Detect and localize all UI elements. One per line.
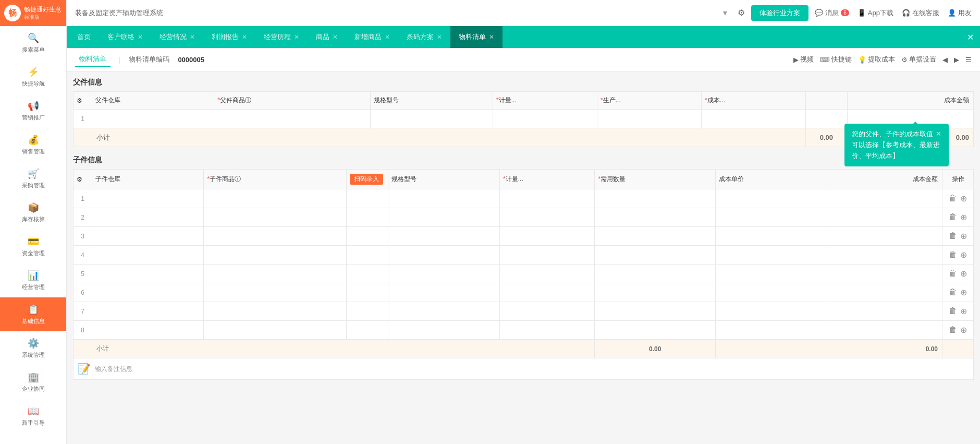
trial-button[interactable]: 体验行业方案 — [751, 5, 808, 21]
close-page-icon[interactable]: ✕ — [961, 32, 980, 42]
tab-history[interactable]: 经营历程 ✕ — [255, 26, 308, 48]
sidebar-item-basic-info[interactable]: 📋 基础信息 — [0, 297, 66, 331]
parent-cell-spec[interactable] — [371, 110, 493, 128]
child-cell-qty-1[interactable] — [595, 189, 716, 208]
sidebar-item-system[interactable]: ⚙️ 系统管理 — [0, 331, 66, 365]
parent-cell-warehouse[interactable] — [92, 110, 214, 128]
delete-icon[interactable]: 🗑 — [949, 231, 957, 241]
child-cell-unit-cost-6[interactable] — [716, 283, 827, 302]
child-cell-spec-7[interactable] — [388, 302, 499, 321]
child-cell-unit-cost-8[interactable] — [716, 321, 827, 340]
child-cell-unit-6[interactable] — [499, 283, 595, 302]
delete-icon[interactable]: 🗑 — [949, 250, 957, 260]
child-cell-product-2[interactable] — [203, 208, 346, 227]
child-cell-warehouse-1[interactable] — [92, 189, 204, 208]
sidebar-item-sales[interactable]: 💰 销售管理 — [0, 128, 66, 162]
copy-icon[interactable]: ⊕ — [960, 231, 967, 241]
child-cell-qty-6[interactable] — [595, 283, 716, 302]
tab-close-barcode[interactable]: ✕ — [437, 33, 442, 41]
child-cell-warehouse-8[interactable] — [92, 321, 204, 340]
parent-cell-cost[interactable] — [701, 110, 805, 128]
dropdown-arrow-icon[interactable]: ▾ — [723, 8, 727, 18]
delete-icon[interactable]: 🗑 — [949, 194, 957, 203]
child-cell-unit-8[interactable] — [499, 321, 595, 340]
child-cell-product-5[interactable] — [203, 265, 346, 283]
child-cell-spec-5[interactable] — [388, 265, 499, 283]
message-item[interactable]: 💬 消息 6 — [815, 8, 849, 18]
sidebar-item-quick-nav[interactable]: ⚡ 快捷导航 — [0, 60, 66, 94]
note-placeholder[interactable]: 输入备注信息 — [95, 365, 132, 374]
delete-icon[interactable]: 🗑 — [949, 306, 957, 316]
child-cell-qty-4[interactable] — [595, 246, 716, 265]
copy-icon[interactable]: ⊕ — [960, 269, 967, 279]
child-cell-product-4[interactable] — [203, 246, 346, 265]
sidebar-item-search[interactable]: 🔍 搜索菜单 — [0, 26, 66, 60]
action-extract-cost[interactable]: 💡 提取成本 — [858, 55, 895, 64]
child-cell-unit-cost-2[interactable] — [716, 208, 827, 227]
delete-icon[interactable]: 🗑 — [949, 212, 957, 222]
child-cell-spec-2[interactable] — [388, 208, 499, 227]
child-cell-spec-4[interactable] — [388, 246, 499, 265]
parent-cell-unit[interactable] — [493, 110, 597, 128]
tab-close-new-goods[interactable]: ✕ — [385, 33, 390, 41]
child-cell-warehouse-2[interactable] — [92, 208, 204, 227]
child-cell-spec-6[interactable] — [388, 283, 499, 302]
child-cell-unit-cost-7[interactable] — [716, 302, 827, 321]
copy-icon[interactable]: ⊕ — [960, 325, 967, 335]
child-cell-unit-cost-5[interactable] — [716, 265, 827, 283]
child-cell-qty-3[interactable] — [595, 227, 716, 246]
copy-icon[interactable]: ⊕ — [960, 306, 967, 316]
tooltip-close-icon[interactable]: ✕ — [936, 129, 941, 140]
child-cell-product-7[interactable] — [203, 302, 346, 321]
tab-new-goods[interactable]: 新增商品 ✕ — [346, 26, 398, 48]
sidebar-item-marketing[interactable]: 📢 营销推广 — [0, 94, 66, 128]
child-cell-spec-3[interactable] — [388, 227, 499, 246]
child-cell-spec-8[interactable] — [388, 321, 499, 340]
child-th-settings[interactable]: ⚙ — [74, 170, 92, 189]
child-cell-unit-2[interactable] — [499, 208, 595, 227]
sidebar-item-guide[interactable]: 📖 新手引导 — [0, 399, 66, 433]
child-cell-qty-7[interactable] — [595, 302, 716, 321]
child-cell-unit-cost-1[interactable] — [716, 189, 827, 208]
delete-icon[interactable]: 🗑 — [949, 325, 957, 335]
tab-close-customer[interactable]: ✕ — [138, 33, 143, 41]
child-cell-unit-cost-3[interactable] — [716, 227, 827, 246]
tab-profit[interactable]: 利润报告 ✕ — [203, 26, 255, 48]
tab-goods[interactable]: 商品 ✕ — [308, 26, 346, 48]
child-cell-unit-1[interactable] — [499, 189, 595, 208]
tab-operations[interactable]: 经营情况 ✕ — [151, 26, 203, 48]
child-cell-warehouse-6[interactable] — [92, 283, 204, 302]
tab-home[interactable]: 首页 — [67, 26, 99, 48]
tab-close-operations[interactable]: ✕ — [190, 33, 195, 41]
app-download-item[interactable]: 📱 App下载 — [858, 8, 893, 18]
sidebar-item-purchase[interactable]: 🛒 采购管理 — [0, 162, 66, 196]
action-video[interactable]: ▶ 视频 — [793, 55, 814, 64]
sidebar-item-enterprise[interactable]: 🏢 企业协同 — [0, 365, 66, 399]
page-tab-bom[interactable]: 物料清单 — [75, 52, 111, 67]
copy-icon[interactable]: ⊕ — [960, 194, 967, 203]
copy-icon[interactable]: ⊕ — [960, 287, 967, 297]
delete-icon[interactable]: 🗑 — [949, 287, 957, 297]
sidebar-item-operations[interactable]: 📊 经营管理 — [0, 263, 66, 297]
tab-customer[interactable]: 客户联络 ✕ — [99, 26, 151, 48]
child-cell-warehouse-4[interactable] — [92, 246, 204, 265]
settings-gear-icon[interactable]: ⚙ — [738, 8, 745, 18]
action-shortcut[interactable]: ⌨ 快捷键 — [820, 55, 852, 64]
child-cell-product-8[interactable] — [203, 321, 346, 340]
child-cell-product-1[interactable] — [203, 189, 346, 208]
tab-close-goods[interactable]: ✕ — [333, 33, 338, 41]
parent-cell-production[interactable] — [597, 110, 701, 128]
copy-icon[interactable]: ⊕ — [960, 212, 967, 222]
sidebar-item-inventory[interactable]: 📦 库存核算 — [0, 196, 66, 230]
tab-barcode[interactable]: 条码方案 ✕ — [398, 26, 450, 48]
child-cell-unit-3[interactable] — [499, 227, 595, 246]
sidebar-item-finance[interactable]: 💳 资金管理 — [0, 230, 66, 263]
menu-icon[interactable]: ☰ — [965, 56, 972, 64]
scan-button[interactable]: 扫码录入 — [350, 174, 383, 185]
child-cell-unit-5[interactable] — [499, 265, 595, 283]
copy-icon[interactable]: ⊕ — [960, 250, 967, 260]
child-cell-unit-7[interactable] — [499, 302, 595, 321]
user-item[interactable]: 👤 用友 — [948, 8, 972, 18]
child-cell-qty-8[interactable] — [595, 321, 716, 340]
parent-th-settings[interactable]: ⚙ — [74, 92, 92, 110]
